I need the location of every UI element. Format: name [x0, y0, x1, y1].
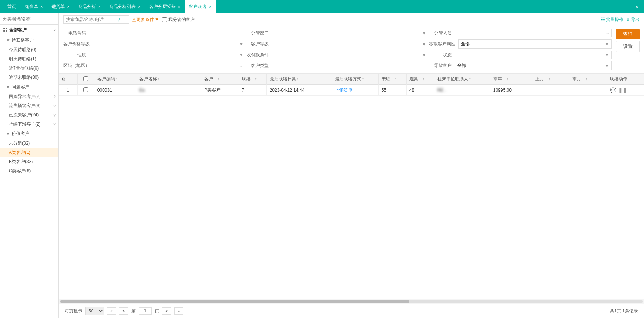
filter-actions: 查询 设置 — [612, 29, 640, 70]
filter-field-nature: 性质 ▼ — [63, 51, 246, 59]
all-customers-header[interactable]: ☷ 全部客户 ‹ — [0, 25, 58, 35]
unit-contact-sort-icon[interactable]: ↕ — [469, 77, 471, 81]
phone-input[interactable] — [89, 29, 246, 37]
prev-page-btn[interactable]: < — [119, 307, 128, 315]
sidebar-item-2-0[interactable]: 未分组(32) — [0, 139, 58, 148]
code-sort-icon[interactable]: ↕ — [116, 77, 118, 81]
sidebar-item-0-1[interactable]: 明天待联络(1) — [0, 54, 58, 64]
contact-sort-icon[interactable]: ↕ — [255, 77, 257, 81]
region-select[interactable]: ··· — [93, 62, 246, 70]
filter-row-2: 客户价格等级 ▼ 客户等级 ▼ — [63, 39, 612, 49]
page-input[interactable] — [139, 307, 152, 315]
sidebar-item-1-0[interactable]: 回购异常客户(2)? — [0, 92, 58, 101]
last-date-sort-icon[interactable]: ↕ — [297, 77, 299, 81]
arrow-icon: ▼ — [6, 38, 10, 43]
nature-select[interactable]: ▼ — [89, 51, 246, 59]
content-area: ⚲ △ 更多条件 ▼ 我分管的客户 ☷ 批量操作 ⇓ 导出 — [59, 13, 644, 318]
sidebar-group-1[interactable]: ▼问题客户 — [0, 82, 58, 92]
payment-select[interactable]: ▼ — [272, 51, 429, 59]
tab-close-客户联络[interactable]: × — [209, 4, 211, 9]
sidebar-item-1-1[interactable]: 流失预警客户(3)? — [0, 101, 58, 110]
filter-more-conditions-btn[interactable]: △ 更多条件 ▼ — [132, 17, 159, 23]
next-page-btn[interactable]: > — [162, 307, 171, 315]
customer-name-text: Ea — [139, 88, 145, 93]
overdue-sort-icon[interactable]: ↕ — [423, 77, 425, 81]
type-sort-icon[interactable]: ↕ — [218, 77, 219, 81]
tab-close-进货单[interactable]: × — [67, 4, 69, 9]
nav-tab-商品分析列表[interactable]: 商品分析列表 × — [105, 0, 144, 13]
retail-customer-select[interactable]: 全部 ▼ — [455, 61, 612, 70]
home-tab[interactable]: 首页 — [3, 0, 21, 13]
sidebar-item-2-1[interactable]: A类客户(1) — [0, 148, 58, 157]
arrow-icon: ▼ — [6, 131, 10, 137]
help-icon[interactable]: ? — [53, 113, 56, 117]
gear-icon[interactable]: ⚙ — [62, 77, 66, 82]
batch-op-btn[interactable]: ☷ 批量操作 — [601, 17, 623, 23]
cell-last-method-0[interactable]: 下销货单 — [332, 85, 378, 96]
customer-level-select[interactable]: ▼ — [272, 40, 429, 48]
message-icon-0[interactable]: 💬 — [610, 87, 616, 93]
sidebar-item-2-3[interactable]: C类客户(6) — [0, 166, 58, 176]
page-size-select[interactable]: 50 10 20 100 — [85, 307, 104, 315]
customer-type-input[interactable] — [272, 62, 429, 70]
nav-tab-进货单[interactable]: 进货单 × — [47, 0, 74, 13]
home-label: 首页 — [7, 4, 16, 10]
sidebar-item-0-0[interactable]: 今天待联络(0) — [0, 45, 58, 54]
filter-search-input[interactable] — [66, 17, 117, 22]
last-method-sort-icon[interactable]: ↕ — [362, 77, 364, 81]
tab-close-销售单[interactable]: × — [40, 4, 43, 9]
price-level-select[interactable]: ▼ — [93, 40, 246, 48]
scrollbar-thumb[interactable] — [60, 300, 409, 303]
tab-close-商品分析[interactable]: × — [98, 4, 100, 9]
cell-check-0[interactable] — [78, 85, 94, 96]
sidebar-search-input[interactable] — [3, 16, 58, 21]
export-label: 导出 — [631, 17, 640, 23]
last-month-sort-icon[interactable]: ↕ — [548, 77, 550, 81]
status-select[interactable]: ▼ — [455, 51, 612, 59]
cell-this-year-0: 10995.00 — [490, 85, 532, 96]
nav-tab-客户分层经营[interactable]: 客户分层经营 × — [145, 0, 185, 13]
nav-tab-客户联络[interactable]: 客户联络 × — [185, 0, 215, 13]
help-icon[interactable]: ? — [53, 104, 56, 108]
help-icon[interactable]: ? — [53, 122, 56, 127]
last-page-btn[interactable]: » — [174, 307, 183, 315]
my-customers-check-input[interactable] — [162, 17, 167, 22]
uncontact-sort-icon[interactable]: ↕ — [395, 77, 397, 81]
last-method-link[interactable]: 下销货单 — [335, 87, 353, 92]
retail-customer-label: 零散客户 — [429, 63, 455, 69]
my-customers-checkbox[interactable]: 我分管的客户 — [162, 17, 195, 23]
person-select[interactable]: ··· — [455, 29, 612, 37]
nav-tab-商品分析[interactable]: 商品分析 × — [74, 0, 105, 13]
first-page-btn[interactable]: « — [107, 307, 116, 315]
nav-tab-销售单[interactable]: 销售单 × — [21, 0, 47, 13]
row-checkbox-0[interactable] — [83, 87, 88, 92]
th-gear: ⚙ — [59, 74, 78, 85]
tab-close-客户分层经营[interactable]: × — [178, 4, 180, 9]
sidebar-group-2[interactable]: ▼价值客户 — [0, 129, 58, 139]
filter-field-phone: 电话号码 — [63, 29, 246, 37]
name-sort-icon[interactable]: ↕ — [158, 77, 160, 81]
sidebar-group-0[interactable]: ▼待联络客户 — [0, 35, 58, 45]
query-button[interactable]: 查询 — [616, 29, 640, 39]
this-year-sort-icon[interactable]: ↕ — [507, 77, 508, 81]
select-all-checkbox[interactable] — [83, 76, 88, 81]
this-month-sort-icon[interactable]: ↕ — [586, 77, 587, 81]
filter-field-status: 状态 ▼ — [429, 51, 612, 59]
settings-button[interactable]: 设置 — [616, 41, 640, 52]
tab-close-商品分析列表[interactable]: × — [138, 4, 140, 9]
sidebar-item-1-3[interactable]: 持续下滑客户(2)? — [0, 120, 58, 129]
export-btn[interactable]: ⇓ 导出 — [626, 17, 640, 23]
window-close-button[interactable]: × — [633, 3, 641, 10]
sidebar-item-1-2[interactable]: 已流失客户(24)? — [0, 110, 58, 120]
horizontal-scrollbar[interactable] — [59, 299, 644, 304]
qrcode-icon-0[interactable]: ❚❚ — [618, 87, 627, 93]
filter-search-icon[interactable]: ⚲ — [117, 17, 121, 22]
sidebar-item-2-2[interactable]: B类客户(33) — [0, 157, 58, 166]
customer-level-dropdown-icon: ▼ — [422, 42, 426, 47]
sidebar-item-0-3[interactable]: 逾期未联络(30) — [0, 73, 58, 82]
dept-select[interactable]: ▼ — [272, 29, 429, 37]
help-icon[interactable]: ? — [53, 95, 56, 99]
cell-index-0: 1 — [59, 85, 78, 96]
sidebar-item-0-2[interactable]: 近7天待联络(0) — [0, 64, 58, 73]
retail-attr-select[interactable]: 全部 ▼ — [458, 39, 612, 49]
